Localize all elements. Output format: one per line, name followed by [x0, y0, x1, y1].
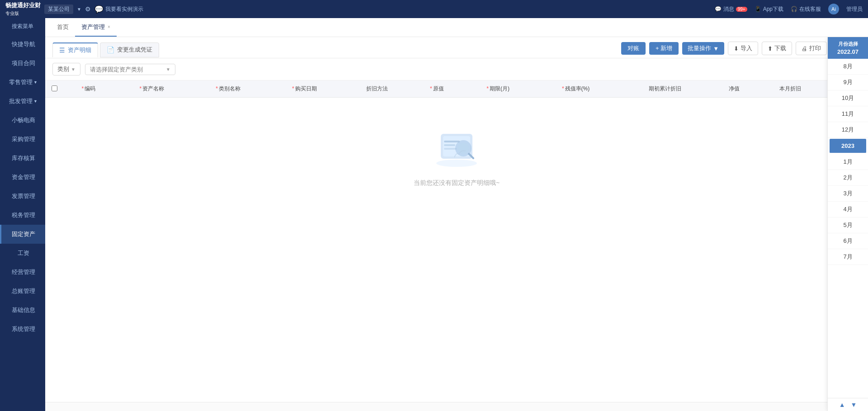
- filter-dropdown-icon: ▼: [71, 67, 75, 72]
- month-picker-header: 月份选择 2022.07: [828, 37, 868, 59]
- download-icon: ⬆: [768, 45, 773, 52]
- col-period-months: *期限(月): [462, 80, 534, 98]
- sidebar-item-tax-mgmt[interactable]: 税务管理: [0, 206, 45, 225]
- import-icon: ⬇: [734, 45, 739, 52]
- tab-close-icon[interactable]: ×: [108, 24, 110, 29]
- sidebar-item-general-ledger[interactable]: 总账管理: [0, 282, 45, 301]
- online-service-button[interactable]: 🎧 在线客服: [791, 5, 821, 13]
- month-item-8[interactable]: 8月: [828, 59, 868, 75]
- sub-tab-asset-detail[interactable]: ☰ 资产明细: [52, 43, 98, 57]
- category-input-wrap[interactable]: ▼: [85, 64, 175, 75]
- month-item-1[interactable]: 1月: [828, 154, 868, 170]
- month-item-10[interactable]: 10月: [828, 90, 868, 106]
- svg-point-0: [436, 160, 477, 167]
- company-dropdown-icon[interactable]: ▼: [77, 7, 81, 12]
- month-list: 8月 9月 10月 11月 12月 2023 1月 2月 3月 4月 5月 6月…: [828, 59, 868, 398]
- month-picker-panel: 月份选择 2022.07 8月 9月 10月 11月 12月 2023 1月 2…: [827, 37, 868, 411]
- sidebar-item-quick-nav[interactable]: 快捷导航: [0, 35, 45, 54]
- input-dropdown-icon: ▼: [166, 67, 170, 72]
- sidebar-item-operations-mgmt[interactable]: 经营管理: [0, 263, 45, 282]
- bottom-scrollbar-area: [45, 402, 868, 411]
- asset-table-wrap: *编码 *资产名称 *类别名称 *购买日期 折旧方法 *原值 *期限(月) *残…: [45, 80, 868, 402]
- tab-asset-mgmt[interactable]: 资产管理 ×: [75, 18, 117, 37]
- svg-rect-7: [444, 144, 455, 146]
- col-asset-name: *资产名称: [113, 80, 190, 98]
- message-button[interactable]: 💬 消息 99+: [715, 5, 747, 13]
- chevron-down-icon: ▼: [33, 99, 38, 104]
- month-item-3[interactable]: 3月: [828, 186, 868, 202]
- sidebar-item-ecommerce[interactable]: 小畅电商: [0, 111, 45, 130]
- month-nav-down-button[interactable]: ▼: [851, 401, 857, 408]
- svg-point-4: [458, 143, 469, 154]
- sidebar-item-purchase-mgmt[interactable]: 采购管理: [0, 130, 45, 149]
- sidebar-search[interactable]: 搜索菜单: [0, 18, 45, 35]
- app-download-button[interactable]: 📱 App下载: [755, 5, 783, 13]
- app-download-icon: 📱: [755, 6, 761, 12]
- message-badge: 99+: [736, 7, 747, 12]
- batch-ops-button[interactable]: 批量操作 ▼: [682, 42, 724, 55]
- month-picker-current[interactable]: 2022.07: [830, 48, 866, 55]
- select-all-col: [45, 80, 63, 98]
- tab-home[interactable]: 首页: [51, 18, 75, 37]
- month-item-7[interactable]: 7月: [828, 249, 868, 265]
- month-nav: ▲ ▼: [828, 398, 868, 411]
- month-item-2[interactable]: 2月: [828, 170, 868, 186]
- demo-link[interactable]: 💬 我要看实例演示: [94, 5, 143, 14]
- download-button[interactable]: ⬆ 下载: [762, 42, 792, 55]
- category-filter[interactable]: 类别 ▼: [52, 63, 80, 76]
- col-category-name: *类别名称: [190, 80, 266, 98]
- settings-icon[interactable]: ⚙: [85, 5, 91, 13]
- col-monthly-depreciation: 本月折旧: [756, 80, 825, 98]
- print-button[interactable]: 🖨 打印: [796, 42, 827, 55]
- sidebar-item-fund-mgmt[interactable]: 资金管理: [0, 168, 45, 187]
- voucher-icon: 📄: [107, 46, 114, 53]
- user-name[interactable]: 管理员: [846, 5, 863, 13]
- month-item-5[interactable]: 5月: [828, 217, 868, 233]
- sidebar-item-project-contract[interactable]: 项目合同: [0, 54, 45, 73]
- user-avatar[interactable]: Ai: [828, 4, 839, 14]
- empty-state: 当前您还没有固定资产明细哦~: [45, 98, 868, 214]
- sidebar-item-payroll[interactable]: 工资: [0, 244, 45, 263]
- top-bar-right: 💬 消息 99+ 📱 App下载 🎧 在线客服 Ai 管理员: [715, 4, 863, 14]
- batch-ops-arrow-icon: ▼: [713, 45, 719, 52]
- col-depreciation-method: 折旧方法: [343, 80, 412, 98]
- svg-rect-6: [444, 141, 460, 142]
- list-icon: ☰: [59, 47, 65, 54]
- month-item-12[interactable]: 12月: [828, 122, 868, 138]
- asset-table: *编码 *资产名称 *类别名称 *购买日期 折旧方法 *原值 *期限(月) *残…: [45, 80, 868, 98]
- month-nav-up-button[interactable]: ▲: [839, 401, 845, 408]
- sidebar-item-fixed-assets[interactable]: 固定资产: [0, 225, 45, 244]
- col-accumulated-depreciation: 期初累计折旧: [618, 80, 712, 98]
- message-icon: 💬: [715, 6, 722, 12]
- sidebar-item-system-mgmt[interactable]: 系统管理: [0, 320, 45, 339]
- month-picker-title: 月份选择: [830, 41, 866, 47]
- sidebar-item-wholesale-mgmt[interactable]: 批发管理 ▼: [0, 92, 45, 111]
- sub-tab-change-voucher[interactable]: 📄 变更生成凭证: [100, 43, 159, 57]
- add-button[interactable]: + 新增: [649, 42, 679, 55]
- import-button[interactable]: ⬇ 导入: [728, 42, 758, 55]
- top-bar-left: 畅捷通好业财 专业版 某某公司 ▼ ⚙ 💬 我要看实例演示: [5, 1, 143, 17]
- sidebar-item-inventory[interactable]: 库存核算: [0, 149, 45, 168]
- app-logo: 畅捷通好业财 专业版: [5, 1, 41, 17]
- month-item-6[interactable]: 6月: [828, 233, 868, 249]
- sidebar-item-basic-info[interactable]: 基础信息: [0, 301, 45, 320]
- sub-tabs-left: ☰ 资产明细 📄 变更生成凭证: [52, 43, 159, 57]
- company-selector[interactable]: 某某公司: [44, 5, 73, 14]
- sidebar-item-retail-mgmt[interactable]: 零售管理 ▼: [0, 73, 45, 92]
- duizhang-button[interactable]: 对账: [621, 42, 646, 55]
- headset-icon: 🎧: [791, 6, 797, 12]
- col-code: *编码: [63, 80, 113, 98]
- sidebar: 搜索菜单 快捷导航 项目合同 零售管理 ▼ 批发管理 ▼ 小畅电商 采购管理 库…: [0, 18, 45, 411]
- svg-rect-8: [444, 148, 457, 150]
- category-input[interactable]: [90, 66, 166, 73]
- sub-tabs: ☰ 资产明细 📄 变更生成凭证 对账 + 新增 批量操作 ▼: [45, 37, 868, 58]
- month-item-11[interactable]: 11月: [828, 106, 868, 122]
- col-residual-rate: *残值率(%): [534, 80, 618, 98]
- month-item-4[interactable]: 4月: [828, 202, 868, 217]
- sidebar-item-invoice-mgmt[interactable]: 发票管理: [0, 187, 45, 206]
- col-net-value: 净值: [712, 80, 756, 98]
- month-item-9[interactable]: 9月: [828, 75, 868, 90]
- chevron-down-icon: ▼: [33, 80, 38, 85]
- select-all-checkbox[interactable]: [52, 85, 57, 91]
- page-content: ☰ 资产明细 📄 变更生成凭证 对账 + 新增 批量操作 ▼: [45, 37, 868, 411]
